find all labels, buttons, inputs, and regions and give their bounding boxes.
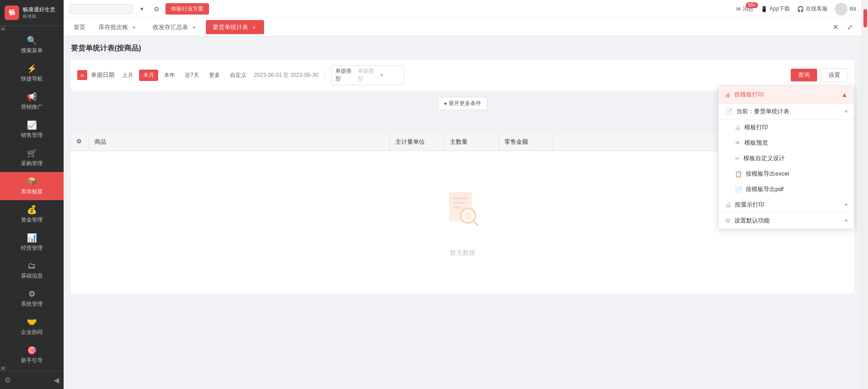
- dropdown-collapse-btn[interactable]: ▲: [841, 91, 848, 98]
- collapse-icon[interactable]: ◀: [54, 376, 59, 384]
- sidebar-item-marketing[interactable]: 📢 营销推广: [0, 87, 64, 116]
- trial-button[interactable]: 体验行业方案: [165, 3, 209, 15]
- app-download-icon: 📱: [761, 6, 768, 12]
- dropdown-default-label: 设置默认功能: [734, 217, 841, 225]
- col-unit: 主计量单位: [390, 133, 444, 151]
- base-icon: 🗂: [28, 261, 36, 271]
- svg-line-6: [473, 221, 478, 225]
- search-icon: 🔍: [27, 35, 37, 45]
- content-area: 要货单统计表(按商品) » 单据日期 上月 本月 本年 近7天 更多 自定义 2…: [64, 36, 862, 389]
- dropdown-print-icon: 🖨: [725, 91, 731, 98]
- main-area: ▾ ⚙ 体验行业方案 ✉ 消息 99+ 📱 App下载 🎧 在线客服 Rit: [64, 0, 862, 389]
- dropdown-current-header[interactable]: 📄 当前：要货单统计表 ▾: [718, 104, 854, 119]
- sidebar-item-system[interactable]: ⚙ 系统管理: [0, 284, 64, 313]
- expand-more-button[interactable]: ▾ 展开更多条件: [438, 97, 487, 110]
- sidebar-item-search[interactable]: 🔍 搜索菜单: [0, 31, 64, 59]
- message-icon: ✉: [736, 6, 741, 12]
- dropdown-item-template-custom[interactable]: ✏ 模板自定义设计: [718, 151, 854, 166]
- filter-date-label: 单据日期: [91, 71, 115, 79]
- sidebar-scroll-up[interactable]: ▲: [0, 26, 6, 31]
- settings-icon[interactable]: ⚙: [5, 376, 11, 384]
- col-amount: 零售金额: [499, 133, 554, 151]
- dropdown-item-template-print[interactable]: 🖨 模板打印: [718, 120, 854, 135]
- col-settings[interactable]: ⚙: [71, 133, 89, 151]
- tab-receipts-summary-close[interactable]: ×: [191, 24, 197, 30]
- dropdown-default-chevron: ▾: [845, 217, 848, 224]
- sidebar-item-finance[interactable]: 💰 资金管理: [0, 200, 64, 228]
- sidebar-item-inventory[interactable]: 📦 库存核算: [0, 172, 64, 200]
- topbar-gear-btn[interactable]: ⚙: [151, 4, 162, 15]
- dropdown-item-template-excel[interactable]: 📋 按模板导出excel: [718, 166, 854, 182]
- sidebar-item-purchase[interactable]: 🛒 采购管理: [0, 144, 64, 172]
- dropdown-current-icon: 📄: [725, 108, 733, 115]
- template-preview-icon: 👁: [735, 140, 741, 147]
- topbar: ▾ ⚙ 体验行业方案 ✉ 消息 99+ 📱 App下载 🎧 在线客服 Rit: [64, 0, 862, 18]
- tab-home[interactable]: 首页: [69, 20, 90, 34]
- tab-batch-accounts[interactable]: 库存批次账 ×: [92, 20, 144, 34]
- user-name: Rit: [849, 6, 856, 12]
- sidebar-scroll-down[interactable]: ▼: [0, 366, 6, 371]
- dropdown-item-template-preview[interactable]: 👁 模板预览: [718, 135, 854, 151]
- svg-rect-3: [453, 207, 462, 208]
- sidebar-item-base[interactable]: 🗂 基础信息: [0, 257, 64, 284]
- app-download-item[interactable]: 📱 App下载: [761, 5, 790, 13]
- sidebar-item-operations[interactable]: 📊 经营管理: [0, 228, 64, 257]
- sidebar-bottom: ⚙ ◀: [0, 371, 64, 389]
- sidebar-item-enterprise[interactable]: 🤝 企业协同: [0, 313, 64, 341]
- system-icon: ⚙: [28, 289, 35, 299]
- online-service-item[interactable]: 🎧 在线客服: [797, 5, 828, 13]
- dropdown-display-label: 按显示打印: [735, 201, 841, 209]
- dropdown-default-section: ⚙ 设置默认功能 ▾: [718, 213, 854, 229]
- template-custom-icon: ✏: [735, 155, 740, 162]
- right-scrollbar[interactable]: [862, 0, 868, 389]
- dropdown-item-template-pdf[interactable]: 📄 按模板导出pdf: [718, 182, 854, 197]
- dropdown-title: 按模板打印: [734, 91, 841, 99]
- sidebar-nav: 🔍 搜索菜单 ⚡ 快捷导航 📢 营销推广 📈 销售管理 🛒 采购管理 📦 库存核…: [0, 31, 64, 366]
- user-avatar-item[interactable]: Rit: [835, 3, 856, 15]
- tab-order-stats-close[interactable]: ×: [251, 24, 257, 30]
- dropdown-display-header[interactable]: 🖨 按显示打印 ▾: [718, 197, 854, 212]
- tab-batch-accounts-close[interactable]: ×: [131, 24, 137, 30]
- template-excel-icon: 📋: [735, 171, 742, 177]
- query-button[interactable]: 查询: [791, 69, 817, 81]
- purchase-icon: 🛒: [27, 148, 37, 158]
- tab-receipts-summary[interactable]: 收发存汇总表 ×: [146, 20, 204, 34]
- expand-icon: ▾: [444, 101, 447, 107]
- topbar-right: ✉ 消息 99+ 📱 App下载 🎧 在线客服 Rit: [736, 3, 856, 15]
- dropdown-display-chevron: ▾: [845, 202, 848, 208]
- sidebar-item-shortcut[interactable]: ⚡ 快捷导航: [0, 59, 64, 87]
- scrollbar-thumb: [863, 9, 867, 27]
- filter-btn-more[interactable]: 更多: [205, 70, 224, 81]
- topbar-search-input[interactable]: [69, 4, 133, 14]
- settings-button[interactable]: 设置: [821, 68, 848, 82]
- filter-btn-prev-month[interactable]: 上月: [118, 70, 137, 81]
- sidebar-item-sales[interactable]: 📈 销售管理: [0, 116, 64, 144]
- template-pdf-icon: 📄: [735, 186, 742, 193]
- filter-btn-custom[interactable]: 自定义: [226, 70, 250, 81]
- sidebar-item-newbie[interactable]: 🎯 新手引导: [0, 341, 64, 366]
- filter-btn-last7[interactable]: 近7天: [181, 70, 203, 81]
- finance-icon: 💰: [27, 205, 37, 215]
- filter-btn-current-month[interactable]: 本月: [139, 70, 158, 81]
- message-item[interactable]: ✉ 消息 99+: [736, 5, 753, 13]
- filter-btn-current-year[interactable]: 本年: [160, 70, 179, 81]
- tab-expand-btn[interactable]: ⤢: [843, 21, 856, 34]
- tab-close-all-btn[interactable]: ✕: [829, 21, 842, 34]
- app-logo: 畅 畅康通好生意 标准版: [0, 0, 64, 26]
- page-title: 要货单统计表(按商品): [71, 44, 854, 53]
- operations-icon: 📊: [27, 233, 37, 243]
- tab-order-stats[interactable]: 要货单统计表 ×: [206, 20, 264, 34]
- topbar-dropdown-btn[interactable]: ▾: [136, 4, 147, 15]
- sales-icon: 📈: [27, 120, 37, 130]
- chevron-down-icon: ▾: [380, 72, 400, 78]
- empty-text: 暂无数据: [450, 249, 475, 257]
- filter-order-type-select[interactable]: 单据类型 单据类型 ▾: [331, 65, 404, 85]
- filter-expand-button[interactable]: »: [77, 70, 87, 80]
- dropdown-default-header[interactable]: ⚙ 设置默认功能 ▾: [718, 213, 854, 228]
- avatar: [835, 3, 848, 15]
- dropdown-current-label: 当前：要货单统计表: [736, 107, 841, 116]
- newbie-icon: 🎯: [27, 345, 37, 355]
- app-name: 畅康通好生意: [23, 6, 55, 14]
- filter-divider: [324, 71, 325, 80]
- enterprise-icon: 🤝: [27, 317, 37, 327]
